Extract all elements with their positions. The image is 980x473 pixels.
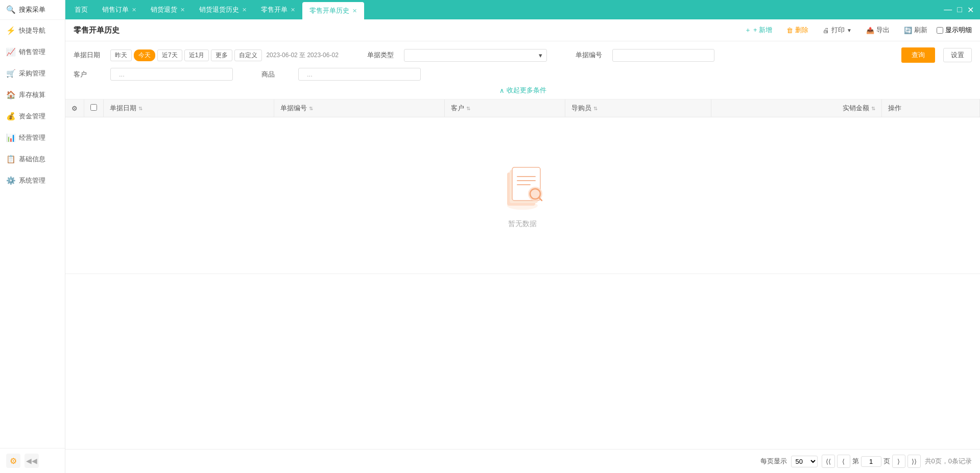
col-settings[interactable]: ⚙ [65,99,84,117]
date-7days-btn[interactable]: 近7天 [157,49,182,61]
col-customer-sort[interactable]: ⇅ [466,106,470,111]
tabs-right-controls: — □ ✕ [939,5,978,15]
tab-retail-open-history[interactable]: 零售开单历史 ✕ [302,2,364,19]
settings-footer-btn[interactable]: ⚙ [6,454,20,468]
page-first-btn[interactable]: ⟨⟨ [822,455,835,468]
col-guide-sort[interactable]: ⇅ [593,106,597,111]
add-button[interactable]: ＋ + 新增 [739,23,777,37]
col-guide[interactable]: 导购员 ⇅ [565,99,711,117]
sidebar-item-operations[interactable]: 📊 经营管理 [0,127,65,148]
sales-mgmt-icon: 📈 [6,47,16,57]
goods-input[interactable]: ... [298,68,421,81]
doc-type-select[interactable]: ▾ [404,49,547,62]
collapse-btn[interactable]: ∧ 收起更多条件 [74,86,972,95]
tab-sales-order[interactable]: 销售订单 ✕ [95,0,144,19]
tab-sales-return-history-label: 销货退货历史 [199,5,239,14]
sidebar-item-label: 采购管理 [19,69,45,78]
col-doc-date-sort[interactable]: ⇅ [138,106,142,111]
filter-row-1: 单据日期 昨天 今天 近7天 近1月 更多 自定义 2023-06-02 至 2… [74,47,972,63]
date-custom-btn[interactable]: 自定义 [234,49,262,61]
sidebar-item-quick-nav[interactable]: ⚡ 快捷导航 [0,20,65,41]
purchase-mgmt-icon: 🛒 [6,69,16,78]
date-today-btn[interactable]: 今天 [134,49,155,61]
sidebar-item-finance[interactable]: 💰 资金管理 [0,106,65,127]
tab-sales-return-history-close[interactable]: ✕ [242,7,247,13]
table-header-row: ⚙ 单据日期 ⇅ 单据编号 ⇅ 客户 ⇅ [65,99,980,117]
doc-no-label: 单据编号 [576,51,604,60]
date-filter: 昨天 今天 近7天 近1月 更多 自定义 2023-06-02 至 2023-0… [110,49,339,61]
settings-button[interactable]: 设置 [943,48,972,62]
sidebar-item-inventory[interactable]: 🏠 库存核算 [0,84,65,106]
sidebar-item-sales-mgmt[interactable]: 📈 销售管理 [0,41,65,63]
print-button[interactable]: 🖨 打印 ▼ [818,23,857,37]
data-table: ⚙ 单据日期 ⇅ 单据编号 ⇅ 客户 ⇅ [65,99,980,274]
tab-sales-return-history[interactable]: 销货退货历史 ✕ [192,0,254,19]
tab-sales-return-label: 销货退货 [151,5,177,14]
per-page-select[interactable]: 50 10 20 100 [791,456,818,467]
tab-sales-order-close[interactable]: ✕ [132,7,136,13]
close-btn[interactable]: ✕ [967,5,974,15]
sidebar-item-label: 基础信息 [19,155,45,164]
col-doc-no-label: 单据编号 [280,104,307,112]
customer-label: 客户 [74,70,102,79]
page-title: 零售开单历史 [74,26,119,35]
date-1month-btn[interactable]: 近1月 [184,49,209,61]
sidebar-search-label: 搜索采单 [19,5,45,14]
display-detail-checkbox[interactable] [937,27,943,34]
col-amount[interactable]: 实销金额 ⇅ [711,99,881,117]
page-next-btn[interactable]: ⟩ [892,455,905,468]
col-doc-date-label: 单据日期 [110,104,136,112]
sidebar-item-label: 经营管理 [19,133,45,142]
query-button[interactable]: 查询 [901,47,935,63]
tab-sales-return-close[interactable]: ✕ [180,7,185,13]
goods-ellipsis: ... [307,70,313,78]
sidebar-item-label: 资金管理 [19,112,45,121]
customer-input[interactable]: ... [110,68,233,81]
goods-label: 商品 [261,70,290,79]
col-amount-label: 实销金额 [843,104,869,112]
col-amount-sort[interactable]: ⇅ [871,106,875,111]
tab-retail-open-history-close[interactable]: ✕ [352,8,357,14]
delete-button[interactable]: 🗑 删除 [781,23,814,37]
col-action-label: 操作 [888,104,901,112]
tabs-bar: 首页 销售订单 ✕ 销货退货 ✕ 销货退货历史 ✕ 零售开单 ✕ 零售开单历史 … [65,0,980,19]
collapse-sidebar-btn[interactable]: ◀◀ [25,454,39,468]
pagination: 每页显示 50 10 20 100 ⟨⟨ ⟨ 第 页 ⟩ ⟩⟩ 共0页，0条记录 [65,449,980,473]
col-doc-date[interactable]: 单据日期 ⇅ [104,99,274,117]
maximize-btn[interactable]: □ [957,5,962,14]
col-customer[interactable]: 客户 ⇅ [445,99,565,117]
col-doc-no-sort[interactable]: ⇅ [309,106,313,111]
customer-ellipsis: ... [119,70,125,78]
sidebar-item-label: 销售管理 [19,47,45,57]
date-more-btn[interactable]: 更多 [211,49,232,61]
doc-no-input[interactable] [612,49,714,62]
tab-sales-return[interactable]: 销货退货 ✕ [144,0,192,19]
tab-home[interactable]: 首页 [67,0,95,19]
tab-sales-order-label: 销售订单 [102,5,129,14]
sidebar-item-system[interactable]: ⚙️ 系统管理 [0,170,65,191]
sidebar-item-label: 库存核算 [19,90,45,99]
minimize-btn[interactable]: — [944,5,952,14]
col-doc-no[interactable]: 单据编号 ⇅ [274,99,445,117]
delete-icon: 🗑 [786,27,793,34]
sidebar: 🔍 搜索采单 ⚡ 快捷导航 📈 销售管理 🛒 采购管理 🏠 库存核算 💰 资金管… [0,0,65,473]
sidebar-item-purchase-mgmt[interactable]: 🛒 采购管理 [0,63,65,84]
delete-label: 删除 [795,26,808,35]
tab-retail-open-close[interactable]: ✕ [291,7,295,13]
col-checkbox[interactable] [84,99,104,117]
date-range-text: 2023-06-02 至 2023-06-02 [266,51,338,60]
display-detail-checkbox-label[interactable]: 显示明细 [937,26,972,35]
collapse-label: 收起更多条件 [507,86,546,95]
tab-retail-open[interactable]: 零售开单 ✕ [254,0,302,19]
pagination-nav: ⟨⟨ ⟨ 第 页 ⟩ ⟩⟩ [822,455,921,468]
page-last-btn[interactable]: ⟩⟩ [907,455,921,468]
page-prev-btn[interactable]: ⟨ [837,455,850,468]
sidebar-search[interactable]: 🔍 搜索采单 [0,0,65,20]
select-all-checkbox[interactable] [90,104,97,111]
sidebar-item-basic-info[interactable]: 📋 基础信息 [0,148,65,170]
page-input[interactable] [861,456,881,467]
page-prefix-label: 第 [852,457,859,466]
refresh-button[interactable]: 🔄 刷新 [899,23,933,37]
date-yesterday-btn[interactable]: 昨天 [110,49,132,61]
export-button[interactable]: 📤 导出 [861,23,895,37]
